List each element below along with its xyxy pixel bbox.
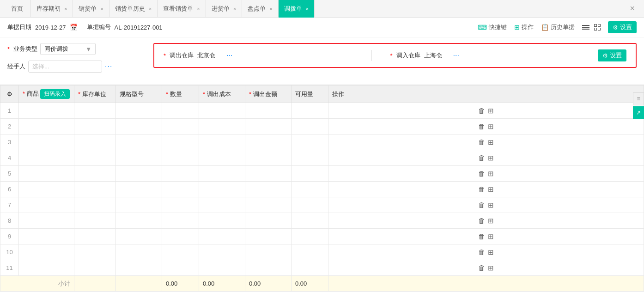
close-tab-view-sales[interactable]: × bbox=[197, 6, 200, 12]
copy-icon-3[interactable]: ⊞ bbox=[488, 138, 494, 146]
history-button[interactable]: 📋 历史单据 bbox=[541, 23, 575, 31]
copy-icon-8[interactable]: ⊞ bbox=[488, 217, 494, 225]
product-cell-1[interactable] bbox=[19, 103, 74, 119]
delete-icon-5[interactable]: 🗑 bbox=[478, 170, 485, 177]
warehouse-in-more-icon[interactable]: ··· bbox=[453, 51, 459, 60]
spec-cell-7[interactable] bbox=[116, 197, 162, 213]
close-tab-inventory-init[interactable]: × bbox=[64, 6, 67, 12]
available-cell-1[interactable] bbox=[292, 103, 328, 119]
close-tab-sales-order[interactable]: × bbox=[100, 6, 103, 12]
amount-cell-5[interactable] bbox=[245, 166, 292, 182]
quantity-cell-9[interactable] bbox=[162, 229, 199, 244]
unit-cell-5[interactable] bbox=[74, 166, 116, 182]
copy-icon-9[interactable]: ⊞ bbox=[488, 232, 494, 241]
delete-icon-1[interactable]: 🗑 bbox=[478, 107, 485, 115]
unit-cell-2[interactable] bbox=[74, 119, 116, 134]
delete-icon-4[interactable]: 🗑 bbox=[478, 154, 485, 162]
delete-icon-6[interactable]: 🗑 bbox=[478, 185, 485, 193]
shortcuts-button[interactable]: ⌨ 快捷键 bbox=[478, 23, 507, 31]
spec-cell-2[interactable] bbox=[116, 119, 162, 134]
cost-cell-9[interactable] bbox=[199, 229, 245, 244]
cost-cell-5[interactable] bbox=[199, 166, 245, 182]
cost-cell-3[interactable] bbox=[199, 134, 245, 150]
available-cell-3[interactable] bbox=[292, 134, 328, 150]
amount-cell-4[interactable] bbox=[245, 150, 292, 166]
product-cell-8[interactable] bbox=[19, 213, 74, 229]
close-tab-inventory-check[interactable]: × bbox=[269, 6, 272, 12]
cost-cell-8[interactable] bbox=[199, 213, 245, 229]
quantity-cell-4[interactable] bbox=[162, 150, 199, 166]
available-cell-8[interactable] bbox=[292, 213, 328, 229]
copy-icon-1[interactable]: ⊞ bbox=[488, 107, 494, 115]
quantity-cell-11[interactable] bbox=[162, 260, 199, 276]
copy-icon-7[interactable]: ⊞ bbox=[488, 201, 494, 209]
tab-home[interactable]: 首页 bbox=[4, 0, 31, 18]
spec-cell-6[interactable] bbox=[116, 182, 162, 197]
product-cell-10[interactable] bbox=[19, 244, 74, 260]
product-cell-5[interactable] bbox=[19, 166, 74, 182]
close-window-button[interactable]: × bbox=[624, 4, 640, 13]
tab-transfer-order[interactable]: 调拨单 × bbox=[279, 0, 315, 18]
available-cell-7[interactable] bbox=[292, 197, 328, 213]
copy-icon-5[interactable]: ⊞ bbox=[488, 170, 494, 178]
cost-cell-4[interactable] bbox=[199, 150, 245, 166]
quantity-cell-8[interactable] bbox=[162, 213, 199, 229]
unit-cell-9[interactable] bbox=[74, 229, 116, 244]
agent-more-icon[interactable]: ··· bbox=[105, 62, 112, 71]
amount-cell-9[interactable] bbox=[245, 229, 292, 244]
spec-cell-3[interactable] bbox=[116, 134, 162, 150]
available-cell-5[interactable] bbox=[292, 166, 328, 182]
tab-inventory-check[interactable]: 盘点单 × bbox=[242, 0, 278, 18]
warehouse-out-more-icon[interactable]: ··· bbox=[226, 51, 232, 60]
unit-cell-6[interactable] bbox=[74, 182, 116, 197]
cost-cell-10[interactable] bbox=[199, 244, 245, 260]
close-tab-purchase-order[interactable]: × bbox=[233, 6, 236, 12]
unit-cell-11[interactable] bbox=[74, 260, 116, 276]
unit-cell-4[interactable] bbox=[74, 150, 116, 166]
quantity-cell-6[interactable] bbox=[162, 182, 199, 197]
grid-view-toggle[interactable] bbox=[594, 24, 601, 31]
tab-sales-history[interactable]: 销货单历史 × bbox=[109, 0, 158, 18]
delete-icon-3[interactable]: 🗑 bbox=[478, 138, 485, 146]
copy-icon-10[interactable]: ⊞ bbox=[488, 248, 494, 256]
business-type-select[interactable]: 同价调拨 ▼ bbox=[40, 43, 96, 55]
list-view-toggle[interactable] bbox=[582, 25, 589, 30]
delete-icon-8[interactable]: 🗑 bbox=[478, 217, 485, 225]
amount-cell-1[interactable] bbox=[245, 103, 292, 119]
delete-icon-11[interactable]: 🗑 bbox=[478, 264, 485, 272]
copy-icon-2[interactable]: ⊞ bbox=[488, 122, 494, 131]
amount-cell-2[interactable] bbox=[245, 119, 292, 134]
spec-cell-11[interactable] bbox=[116, 260, 162, 276]
spec-cell-8[interactable] bbox=[116, 213, 162, 229]
product-cell-7[interactable] bbox=[19, 197, 74, 213]
delete-icon-9[interactable]: 🗑 bbox=[478, 232, 485, 240]
tab-view-sales[interactable]: 查看销货单 × bbox=[158, 0, 206, 18]
copy-icon-4[interactable]: ⊞ bbox=[488, 154, 494, 162]
cost-cell-2[interactable] bbox=[199, 119, 245, 134]
unit-cell-3[interactable] bbox=[74, 134, 116, 150]
settings-button[interactable]: ⚙ 设置 bbox=[608, 21, 637, 33]
close-tab-sales-history[interactable]: × bbox=[149, 6, 152, 12]
tab-purchase-order[interactable]: 进货单 × bbox=[206, 0, 242, 18]
spec-cell-4[interactable] bbox=[116, 150, 162, 166]
warehouse-settings-button[interactable]: ⚙ 设置 bbox=[598, 49, 626, 61]
quantity-cell-10[interactable] bbox=[162, 244, 199, 260]
close-tab-transfer-order[interactable]: × bbox=[306, 6, 309, 12]
amount-cell-6[interactable] bbox=[245, 182, 292, 197]
calendar-icon[interactable]: 📅 bbox=[70, 24, 78, 31]
cost-cell-1[interactable] bbox=[199, 103, 245, 119]
operations-button[interactable]: ⊞ 操作 bbox=[514, 23, 534, 31]
product-cell-4[interactable] bbox=[19, 150, 74, 166]
available-cell-6[interactable] bbox=[292, 182, 328, 197]
product-cell-6[interactable] bbox=[19, 182, 74, 197]
spec-cell-9[interactable] bbox=[116, 229, 162, 244]
float-export-button[interactable]: ↗ bbox=[633, 106, 644, 119]
copy-icon-11[interactable]: ⊞ bbox=[488, 264, 494, 272]
available-cell-11[interactable] bbox=[292, 260, 328, 276]
scan-button[interactable]: 扫码录入 bbox=[40, 89, 70, 99]
available-cell-10[interactable] bbox=[292, 244, 328, 260]
tab-inventory-init[interactable]: 库存期初 × bbox=[31, 0, 73, 18]
quantity-cell-3[interactable] bbox=[162, 134, 199, 150]
quantity-cell-7[interactable] bbox=[162, 197, 199, 213]
available-cell-2[interactable] bbox=[292, 119, 328, 134]
